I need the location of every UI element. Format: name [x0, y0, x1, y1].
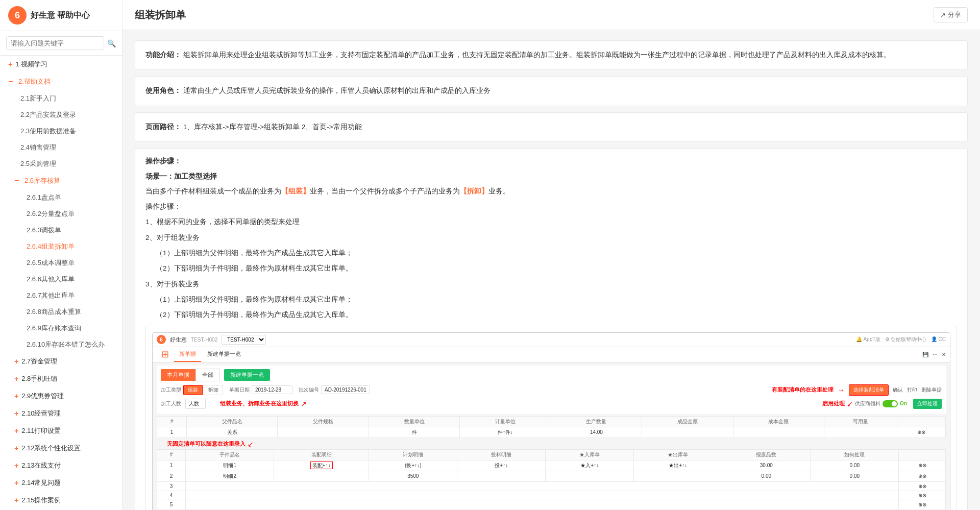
sub-cell-no-4: 4 [157, 491, 186, 500]
sub-cell-feed-1: 投+↑↓ [457, 460, 546, 471]
scene1-step2-2: （2）下部明细为子件明细，最终作为原材料生成其它出库单。 [156, 262, 957, 275]
sub-col-scrap: 报废品数 [722, 449, 811, 460]
sidebar-item-inventory[interactable]: − 2.6库存核算 [0, 172, 122, 189]
sidebar-item-otherinbound[interactable]: 2.6.6其他入库单 [0, 271, 122, 287]
process-count: 人数 [185, 399, 206, 409]
app-nav-home[interactable]: ⊞ [157, 349, 173, 360]
app-screenshot: 6 好生意 TEST-H002 TEST-H002 🔔 AppT版 ⚙ 创始版帮… [152, 332, 950, 510]
plus-icon-3: + [14, 375, 18, 383]
sidebar-item-prepare[interactable]: 2.3使用前数据准备 [0, 123, 122, 139]
sidebar-item-payment[interactable]: + 2.13在线支付 [0, 457, 122, 474]
cell-spec [278, 427, 369, 438]
sub-cell-name-1: 明细1 [186, 460, 274, 471]
sidebar: 6 好生意 帮助中心 🔍 + 1.视频学习 − 2.帮助文档 2.1新手入门 2… [0, 0, 122, 510]
btn-select-bom[interactable]: 选择装配清单 [849, 384, 889, 396]
plus-icon-4: + [14, 392, 18, 400]
sub-cell-act-3: ⊕⊗ [899, 481, 946, 491]
plus-icon-9: + [14, 479, 18, 487]
sidebar-item-coupon[interactable]: + 2.9优惠券管理 [0, 387, 122, 405]
form-tab-row: 本月单据 全部 新建单据一览 [161, 369, 942, 381]
path-card: 页面路径： 1、库存核算->库存管理->组装拆卸单 2、首页->常用功能 [135, 112, 968, 142]
search-input[interactable] [6, 36, 104, 50]
sidebar-item-faq[interactable]: + 2.14常见问题 [0, 474, 122, 492]
sidebar-item-mobile[interactable]: + 2.8手机旺铺 [0, 370, 122, 387]
sub-cell-plan-2: 3500 [369, 471, 457, 481]
sidebar-item-stocktake[interactable]: 2.6.1盘点单 [0, 189, 122, 206]
app-tab-new[interactable]: 新单据 [174, 347, 201, 362]
sidebar-item-partial[interactable]: 2.6.2分量盘点单 [0, 206, 122, 222]
sub-col-bom: 装配明细 [274, 449, 369, 460]
sidebar-item-costrecalc[interactable]: 2.6.8商品成本重算 [0, 304, 122, 320]
cell-pamt [642, 427, 733, 438]
parent-table: # 父件品名 父件规格 数量单位 计量单位 生产数量 成品金额 成本金额 可用量 [157, 416, 946, 438]
sidebar-item-purchase[interactable]: 2.5采购管理 [0, 156, 122, 172]
sidebar-item-otheroutbound[interactable]: 2.6.7其他出库单 [0, 287, 122, 304]
sidebar-item-stockcheck[interactable]: 2.6.9库存账本查询 [0, 320, 122, 336]
enable-label: 供应商领料 [855, 400, 880, 407]
app-company-selector[interactable]: TEST-H002 [222, 335, 266, 345]
annotation-freeentry: 无固定清单可以随意在这里录入 [167, 440, 246, 448]
sub-table-header: # 子件品名 装配明细 计划明细 投料明细 ★入库单 ★出库单 报废品数 如何处 [157, 449, 946, 460]
parent-table-area: # 父件品名 父件规格 数量单位 计量单位 生产数量 成品金额 成本金额 可用量 [157, 416, 946, 438]
share-button[interactable]: ↗ 分享 [934, 7, 968, 22]
sidebar-item-custom[interactable]: + 2.12系统个性化设置 [0, 440, 122, 457]
sidebar-item-intro[interactable]: 2.1新手入门 [0, 90, 122, 107]
sub-cell-in-1: ★入+↑↓ [546, 460, 634, 471]
sub-col-feed: 投料明细 [457, 449, 546, 460]
sub-col-name: 子件品名 [186, 449, 274, 460]
sidebar-item-sales[interactable]: 2.4销售管理 [0, 139, 122, 156]
sidebar-item-video[interactable]: + 1.视频学习 [0, 56, 122, 73]
sidebar-item-ops[interactable]: + 2.10经营管理 [0, 405, 122, 422]
btn-create[interactable]: 本月单据 [161, 369, 195, 381]
btn-disassemble[interactable]: 拆卸 [204, 385, 223, 395]
billno-value: AD-20191226-001 [321, 385, 370, 394]
toggle-switch[interactable] [883, 400, 898, 407]
right-actions: 有装配清单的在这里处理 → 选择装配清单 确认 打印 删除单据 [772, 384, 942, 396]
btn-new-bill[interactable]: 新建单据一览 [224, 369, 270, 381]
search-button[interactable]: 🔍 [107, 39, 116, 47]
sidebar-item-docs[interactable]: − 2.帮助文档 [0, 73, 122, 90]
app-company: 好生意 [170, 336, 187, 344]
col-unit: 数量单位 [369, 416, 459, 427]
sub-col-outbound: ★出库单 [634, 449, 722, 460]
app-tab-list[interactable]: 新建单据一览 [202, 347, 246, 362]
sidebar-item-cases[interactable]: + 2.15操作案例 [0, 492, 122, 509]
annotation-arrow-4: ↙ [248, 440, 254, 448]
sub-table-row: 3 ⊕⊗ [157, 481, 946, 491]
app-form-area: 本月单据 全部 新建单据一览 加工类型 组装 拆卸 [157, 366, 946, 414]
cell-camt [733, 427, 824, 438]
process-row: 加工人数 人数 组装业务、拆卸业务在这里切换 ↗ 启用处理 ↙ [161, 399, 942, 409]
sub-cell-act-2: ⊕⊗ [899, 471, 946, 481]
sub-cell-empty-3 [186, 481, 899, 491]
sidebar-item-finance[interactable]: + 2.7资金管理 [0, 353, 122, 370]
btn-assemble[interactable]: 组装 [183, 385, 203, 395]
sidebar-item-costadj[interactable]: 2.6.5成本调整单 [0, 255, 122, 271]
btn-all[interactable]: 全部 [195, 369, 220, 381]
btn-immediate[interactable]: 立即处理 [913, 399, 942, 409]
sub-col-inbound: ★入库单 [546, 449, 634, 460]
minus-icon-2: − [14, 176, 21, 185]
col-parent-spec: 父件规格 [278, 416, 369, 427]
sidebar-item-stockerror[interactable]: 2.6.10库存账本错了怎么办 [0, 336, 122, 353]
steps-section: 操作步骤： 场景一：加工类型选择 当由多个子件材料组装成一个成品的业务为【组装】… [135, 148, 968, 510]
cell-action: ⊕⊗ [897, 427, 946, 438]
sidebar-item-assembly[interactable]: 2.6.4组装拆卸单 [0, 238, 122, 255]
sidebar-item-print[interactable]: + 2.11打印设置 [0, 422, 122, 440]
col-ops [897, 416, 946, 427]
sub-cell-act-4: ⊕⊗ [899, 491, 946, 500]
sub-cell-handle-1: 0.00 [811, 460, 899, 471]
sub-cell-empty-4 [186, 491, 899, 500]
enable-toggle: 供应商领料 On [855, 400, 907, 407]
sub-cell-bom-1: 装配+↑↓ [274, 460, 369, 471]
sub-cell-no-5: 5 [157, 500, 186, 509]
sidebar-item-transfer[interactable]: 2.6.3调拨单 [0, 222, 122, 238]
sidebar-item-install[interactable]: 2.2产品安装及登录 [0, 107, 122, 123]
sub-table-row: 5 ⊕⊗ [157, 500, 946, 509]
sub-col-no: # [157, 449, 186, 460]
col-parent-name: 父件品名 [186, 416, 277, 427]
app-more-icon: ⋯ [933, 352, 938, 357]
action-delete: 删除单据 [921, 386, 942, 394]
sub-cell-no-1: 1 [157, 460, 186, 471]
annotation-arrow-1: → [838, 386, 845, 394]
role-label: 使用角色： [145, 87, 181, 94]
